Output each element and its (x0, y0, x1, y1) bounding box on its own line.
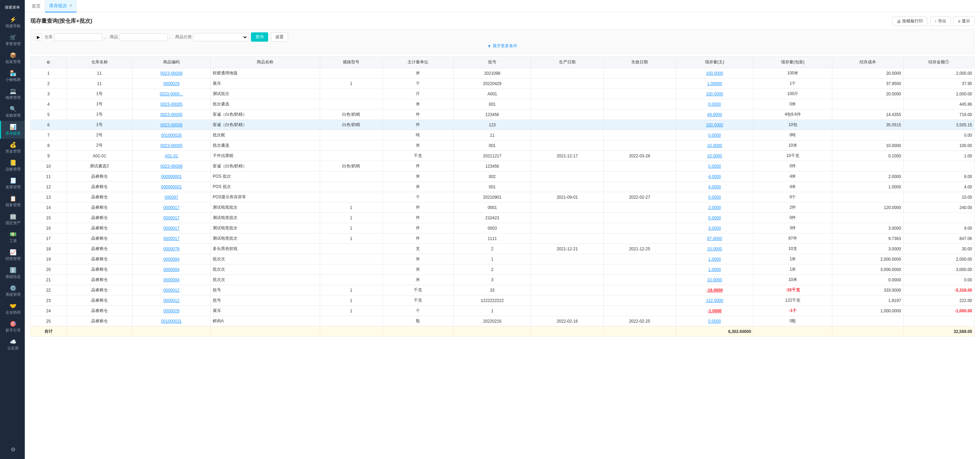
table-cell: 米 (382, 275, 453, 285)
sidebar-item-cloud[interactable]: ☁️ 云应用 (0, 336, 25, 354)
retail-icon: 🛒 (10, 34, 16, 41)
sidebar-item-inventory[interactable]: 📊 库存核算 (0, 121, 25, 139)
toggle-button[interactable]: ≡ 显示 (953, 16, 975, 26)
sidebar-item-purchase[interactable]: 🔍 采购管理 (0, 103, 25, 121)
expand-conditions[interactable]: ▼ 展开更多条件 (35, 41, 970, 50)
table-cell[interactable]: 0023-00005 (132, 110, 210, 120)
table-cell[interactable]: 0023-00005 (132, 99, 210, 110)
table-cell[interactable]: 0000012 (132, 295, 210, 306)
page-content: 现存量查询(按仓库+批次) 🖨 按模板打印 ↑ 导出 ≡ 显示 ▶ (25, 13, 980, 459)
settings-button[interactable]: 设置 (271, 32, 288, 41)
sidebar-settings[interactable]: ⚙ (0, 443, 25, 456)
table-cell[interactable]: 0000017 (132, 213, 210, 223)
table-cell[interactable]: 001000026 (132, 130, 210, 140)
sidebar-item-tax[interactable]: 📋 税务管理 (0, 193, 25, 210)
sidebar-item-management[interactable]: 📈 经营管理 (0, 246, 25, 264)
sidebar-item-payroll[interactable]: 💵 工资 (0, 228, 25, 246)
sidebar-item-guide[interactable]: 🎯 新手引导 (0, 318, 25, 336)
table-cell[interactable]: 0.0000 (676, 192, 753, 202)
table-cell[interactable]: 0000084 (132, 254, 210, 265)
table-cell[interactable]: 0000084 (132, 265, 210, 275)
sidebar-item-system[interactable]: ⚙️ 系统管理 (0, 282, 25, 300)
table-cell: 1米 (754, 265, 832, 275)
sidebar-item-assets[interactable]: 🏢 固定资产 (0, 210, 25, 228)
sidebar-item-small-ecom[interactable]: 🏪 小验电商 (0, 67, 25, 85)
table-cell[interactable]: 000900001 (132, 172, 210, 182)
table-cell: 3,000.0000 (832, 265, 904, 275)
sidebar-item-invoice[interactable]: 🧾 发票管理 (0, 175, 25, 193)
table-cell[interactable]: 0023-00005 (132, 140, 210, 151)
table-cell[interactable]: 0023-00008 (132, 161, 210, 172)
table-cell: 件 (382, 110, 453, 120)
table-cell[interactable]: 10.0000 (676, 244, 753, 254)
table-cell[interactable]: 4.0000 (676, 172, 753, 182)
export-button[interactable]: ↑ 导出 (930, 16, 951, 26)
tab-inventory-batch[interactable]: 库存批次 ✕ (45, 0, 77, 13)
sidebar-item-retail[interactable]: 🛒 零售管理 (0, 31, 25, 49)
table-cell[interactable]: 1.0000 (676, 254, 753, 265)
table-cell: 8 (31, 140, 67, 151)
table-cell (320, 99, 382, 110)
table-cell[interactable]: 0000029 (132, 306, 210, 316)
warehouse-input[interactable] (54, 33, 102, 41)
category-select[interactable] (193, 33, 248, 41)
table-cell[interactable]: 000900001 (132, 182, 210, 192)
table-cell[interactable]: 10.0000 (676, 140, 753, 151)
table-cell[interactable]: 0.0000 (676, 213, 753, 223)
table-cell[interactable]: 122.0000 (676, 295, 753, 306)
sidebar-item-wholesale[interactable]: 📦 批发管理 (0, 49, 25, 67)
sidebar-search[interactable]: 搜索菜单 (3, 3, 21, 12)
table-cell[interactable]: A01-01 (132, 151, 210, 161)
table-cell[interactable]: 1.0000 (676, 265, 753, 275)
tab-home[interactable]: 首页 (27, 0, 45, 13)
sidebar-item-collab[interactable]: 🤝 企业协同 (0, 300, 25, 318)
table-cell[interactable]: 0023-00009 (132, 68, 210, 78)
table-cell[interactable]: 0000029 (132, 78, 210, 89)
table-cell[interactable]: 0000017 (132, 202, 210, 213)
table-cell: 13 (31, 192, 67, 202)
table-cell: 11 (31, 172, 67, 182)
table-cell[interactable]: 100.0000 (676, 89, 753, 99)
sidebar-item-ledger[interactable]: 📒 总账管理 (0, 157, 25, 175)
table-cell[interactable]: 0.0000 (676, 161, 753, 172)
table-cell[interactable]: 0.0000 (676, 130, 753, 140)
table-cell[interactable]: 49.6000 (676, 110, 753, 120)
table-cell: 2022-03-26 (603, 151, 676, 161)
print-button[interactable]: 🖨 按模板打印 (892, 16, 928, 26)
table-cell[interactable]: 10.0000 (676, 151, 753, 161)
table-cell[interactable]: 0023-0000... (132, 89, 210, 99)
search-button[interactable]: 查询 (251, 32, 268, 41)
table-cell[interactable]: -16.0000 (676, 285, 753, 295)
table-cell: 1 (320, 233, 382, 244)
table-cell[interactable]: 0000017 (132, 233, 210, 244)
table-cell[interactable]: 4.0000 (676, 182, 753, 192)
table-cell: 千克 (382, 151, 453, 161)
product-input[interactable] (119, 33, 168, 41)
filter-expand-btn[interactable]: ▶ (35, 34, 41, 41)
table-cell[interactable]: 0000084 (132, 275, 210, 285)
sidebar-item-quick-nav[interactable]: ⚡ 快捷导航 (0, 13, 25, 31)
table-cell[interactable]: -1.0000 (676, 306, 753, 316)
table-cell[interactable]: 3.0000 (676, 223, 753, 233)
col-spec: 规格型号 (320, 56, 382, 68)
table-cell[interactable]: 0.0000 (676, 99, 753, 110)
table-cell[interactable]: 10.0000 (676, 275, 753, 285)
table-cell[interactable]: 1.00000 (676, 78, 753, 89)
table-cell[interactable]: 0.0000 (676, 316, 753, 327)
sidebar-item-finance[interactable]: 💰 资金管理 (0, 139, 25, 157)
table-cell[interactable]: 000097 (132, 192, 210, 202)
tab-close-button[interactable]: ✕ (69, 3, 72, 8)
table-cell[interactable]: 100.0000 (676, 120, 753, 130)
table-cell[interactable]: 001000031 (132, 316, 210, 327)
sidebar-item-ecom[interactable]: 💻 电商管理 (0, 85, 25, 103)
table-cell[interactable]: 100.0000 (676, 68, 753, 78)
table-cell[interactable]: 87.0000 (676, 233, 753, 244)
sidebar-item-base-info[interactable]: ℹ️ 基础信息 (0, 264, 25, 282)
table-cell[interactable]: 0000012 (132, 285, 210, 295)
table-cell: 2022-02-16 (531, 316, 603, 327)
table-cell[interactable]: 2.0000 (676, 202, 753, 213)
table-cell[interactable]: 0000017 (132, 223, 210, 233)
table-cell: 716.00 (903, 110, 974, 120)
table-cell[interactable]: 0023-00008 (132, 120, 210, 130)
table-cell[interactable]: 0000078 (132, 244, 210, 254)
